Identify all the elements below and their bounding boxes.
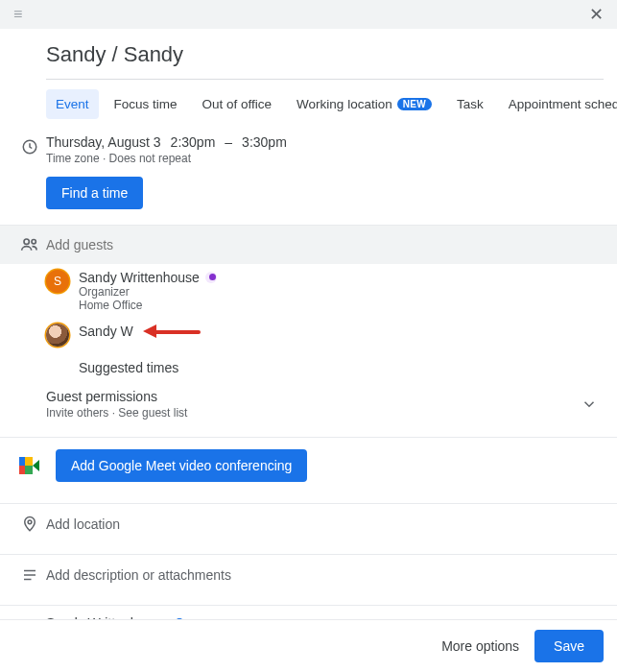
avatar	[46, 324, 69, 347]
annotation-arrow-icon	[143, 324, 202, 338]
guest-location: Home Office	[79, 299, 217, 312]
datetime-display[interactable]: Thursday, August 3 2:30pm – 3:30pm	[46, 134, 604, 150]
clock-icon	[13, 134, 46, 156]
find-a-time-button[interactable]: Find a time	[46, 177, 143, 209]
event-end-time[interactable]: 3:30pm	[242, 134, 287, 150]
guest-name: Sandy W	[79, 324, 133, 339]
add-location-field[interactable]: Add location	[46, 516, 120, 532]
people-icon	[13, 235, 46, 254]
tab-appointment-schedule[interactable]: Appointment schedule	[499, 89, 617, 119]
guest-permissions-title: Guest permissions	[46, 389, 187, 404]
time-separator: –	[225, 134, 232, 150]
moon-status-icon	[205, 272, 217, 283]
svg-point-1	[24, 239, 29, 244]
svg-point-2	[32, 240, 36, 244]
tab-task[interactable]: Task	[447, 89, 493, 119]
new-badge: NEW	[397, 98, 432, 110]
drag-handle-icon[interactable]: ≡	[13, 6, 22, 23]
guest-permissions-sub: Invite others · See guest list	[46, 406, 187, 420]
dot-sep: ·	[103, 152, 109, 165]
avatar: S	[46, 270, 69, 293]
event-date[interactable]: Thursday, August 3	[46, 134, 161, 150]
guest-name: Sandy Writtenhouse	[79, 270, 200, 285]
add-guests-input[interactable]	[46, 237, 604, 252]
location-icon	[13, 516, 46, 533]
event-type-tabs: Event Focus time Out of office Working l…	[0, 80, 617, 129]
more-options-button[interactable]: More options	[441, 638, 519, 654]
description-icon	[13, 566, 46, 584]
google-meet-icon	[19, 457, 40, 474]
tab-focus-time[interactable]: Focus time	[105, 89, 187, 119]
close-icon[interactable]: ✕	[589, 4, 604, 25]
tab-event[interactable]: Event	[46, 89, 99, 119]
svg-point-3	[28, 520, 32, 524]
add-google-meet-button[interactable]: Add Google Meet video conferencing	[56, 449, 307, 482]
tab-working-location[interactable]: Working location NEW	[287, 89, 441, 119]
guest-role: Organizer	[79, 285, 217, 299]
timezone-link[interactable]: Time zone	[46, 152, 100, 165]
repeat-link[interactable]: Does not repeat	[109, 152, 191, 165]
suggested-times-link[interactable]: Suggested times	[0, 352, 617, 385]
add-description-field[interactable]: Add description or attachments	[46, 567, 231, 583]
tab-label: Working location	[297, 97, 392, 111]
tab-out-of-office[interactable]: Out of office	[193, 89, 282, 119]
event-start-time[interactable]: 2:30pm	[171, 134, 216, 150]
guest-item[interactable]: Sandy W	[0, 318, 617, 352]
event-title[interactable]: Sandy / Sandy	[46, 42, 604, 67]
guest-item-organizer[interactable]: S Sandy Writtenhouse Organizer Home Offi…	[0, 264, 617, 318]
chevron-down-icon[interactable]	[575, 390, 604, 419]
save-button[interactable]: Save	[534, 630, 604, 662]
